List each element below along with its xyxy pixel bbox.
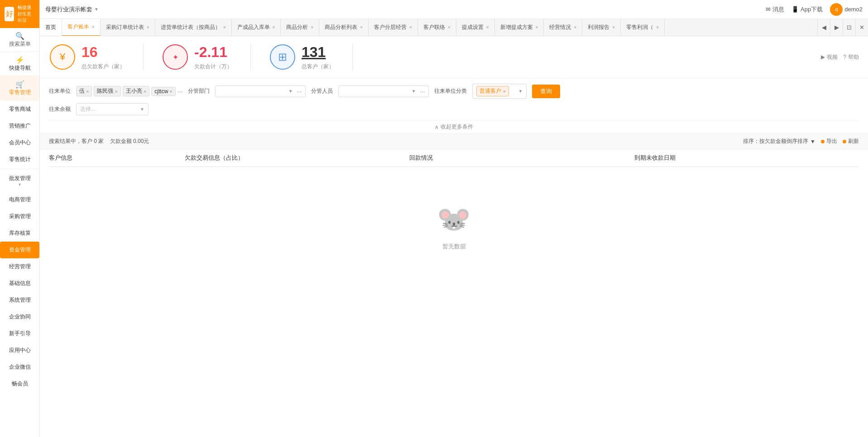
- sidebar-item-retail-mgmt[interactable]: 🛒 零售管理: [0, 76, 39, 101]
- logo-text: 畅捷通好生意 标版: [18, 5, 36, 24]
- sidebar-item-app-center[interactable]: 应用中心: [0, 342, 39, 359]
- video-btn[interactable]: ▶ 视频: [821, 53, 838, 61]
- refresh-action[interactable]: 刷新: [843, 138, 859, 145]
- divider-1: [0, 169, 39, 169]
- tabs-close-all-btn[interactable]: ✕: [855, 19, 868, 36]
- main-area: 母婴行业演示帐套 ▼ ✉ 消息 📱 App下载 d demo2 首页 客户账本: [40, 0, 868, 437]
- sidebar-item-purchase-mgmt[interactable]: 采购管理: [0, 208, 39, 225]
- tab-close-purchase-stats[interactable]: ×: [223, 25, 226, 30]
- stat-total-clients: ⊞ 131 总客户（家）: [251, 43, 353, 71]
- stat-icon-clients: ⊞: [269, 43, 296, 71]
- tab-close-customer-segment[interactable]: ×: [409, 25, 412, 30]
- tab-close-product-inbound[interactable]: ×: [273, 25, 275, 30]
- filter-row-1: 往来单位 伍 × 陈民强 × 王小亮 × cjttcw: [49, 84, 859, 99]
- table-col-repayment: 回款情况: [409, 154, 634, 162]
- filter-tag-wu-close[interactable]: ×: [86, 89, 89, 94]
- sidebar-item-retail-stats[interactable]: 零售统计: [0, 151, 39, 168]
- clients-value: 131: [302, 43, 334, 61]
- filter-label-unit-type: 往来单位分类: [434, 87, 467, 95]
- filter-more-tags[interactable]: ···: [177, 88, 183, 95]
- sidebar-item-search-menu[interactable]: 🔍 搜索菜单: [0, 28, 39, 52]
- tab-product-analysis[interactable]: 商品分析 ×: [281, 19, 319, 36]
- sidebar-item-system-mgmt[interactable]: 系统管理: [0, 292, 39, 309]
- filter-dept-select[interactable]: ▼ ···: [215, 86, 306, 97]
- filter-balance-select[interactable]: 选择... ▼: [76, 103, 149, 115]
- tab-home[interactable]: 首页: [40, 19, 62, 36]
- query-button[interactable]: 查询: [532, 85, 560, 98]
- filter-tag-chen-close[interactable]: ×: [115, 89, 117, 94]
- clients-label: 总客户（家）: [302, 63, 334, 71]
- tab-close-operation-status[interactable]: ×: [574, 25, 576, 30]
- tab-close-product-analysis[interactable]: ×: [311, 25, 313, 30]
- sidebar-item-basic-info[interactable]: 基础信息: [0, 275, 39, 292]
- tabs-prev-btn[interactable]: ◀: [817, 19, 830, 36]
- stat-text-customers: 16 总欠款客户（家）: [82, 43, 125, 70]
- account-selector[interactable]: 母婴行业演示帐套 ▼: [45, 5, 99, 14]
- tab-close-profit-report[interactable]: ×: [612, 25, 615, 30]
- help-btn[interactable]: ? 帮助: [843, 53, 859, 61]
- filter-unit-type-tag: 普通客户 ×: [476, 86, 508, 96]
- user-profile-btn[interactable]: d demo2: [830, 3, 863, 16]
- sidebar-item-wholesale-mgmt[interactable]: 批发管理 ▼: [0, 170, 39, 191]
- sidebar-item-inventory-check[interactable]: 库存核算: [0, 225, 39, 242]
- tab-close-product-analysis-list[interactable]: ×: [360, 25, 363, 30]
- tab-operation-status[interactable]: 经营情况 ×: [544, 19, 582, 36]
- dept-select-more[interactable]: ···: [297, 88, 302, 95]
- tab-raise-settings[interactable]: 提成设置 ×: [456, 19, 495, 36]
- tab-customer-segment[interactable]: 客户分层经营 ×: [369, 19, 418, 36]
- person-select-more[interactable]: ···: [420, 88, 425, 95]
- tab-purchase-stats[interactable]: 进货单统计表（按商品） ×: [155, 19, 232, 36]
- filter-tags-unit: 伍 × 陈民强 × 王小亮 × cjttcw × ···: [76, 86, 182, 96]
- filter-tag-cjttcw-close[interactable]: ×: [169, 89, 172, 94]
- result-info: 搜索结果中，客户 0 家 欠款金额 0.00元: [49, 138, 149, 145]
- tab-new-raise-plan[interactable]: 新增提成方案 ×: [495, 19, 544, 36]
- sidebar-item-new-guide[interactable]: 新手引导: [0, 325, 39, 342]
- sidebar-item-fund-mgmt[interactable]: 资金管理: [0, 242, 39, 258]
- filter-tag-wang-close[interactable]: ×: [144, 89, 146, 94]
- collapse-btn[interactable]: ∧ 收起更多条件: [435, 123, 473, 131]
- tab-close-new-raise-plan[interactable]: ×: [536, 25, 538, 30]
- filter-label-person: 分管人员: [311, 87, 333, 95]
- refresh-dot-icon: [843, 140, 846, 143]
- sidebar-item-enterprise-wechat[interactable]: 企业微信: [0, 359, 39, 375]
- sidebar-item-ecommerce-mgmt[interactable]: 电商管理: [0, 191, 39, 208]
- sidebar-item-member-center[interactable]: 会员中心: [0, 134, 39, 151]
- tab-customer-book[interactable]: 客户账本 ×: [62, 19, 101, 36]
- tab-close-purchase-order[interactable]: ×: [147, 25, 149, 30]
- tab-close-raise-settings[interactable]: ×: [486, 25, 489, 30]
- tab-product-analysis-list[interactable]: 商品分析列表 ×: [319, 19, 369, 36]
- content-area: ¥ 16 总欠款客户（家） ✦ -2.11 欠款合计（万） ⊞: [40, 36, 868, 437]
- filter-unit-type-select[interactable]: 普通客户 × ▼: [472, 84, 527, 99]
- tab-close-customer-book[interactable]: ×: [92, 24, 95, 29]
- sidebar-item-vip-member[interactable]: 畅会员: [0, 375, 39, 392]
- tab-product-inbound[interactable]: 产成品入库单 ×: [232, 19, 281, 36]
- sidebar-item-retail-mall[interactable]: 零售商城: [0, 101, 39, 118]
- customers-icon: ¥: [50, 44, 75, 70]
- sidebar-item-ops-mgmt[interactable]: 经营管理: [0, 258, 39, 275]
- empty-state: 🐭 暂无数据: [49, 167, 859, 287]
- sidebar-item-enterprise-agreement[interactable]: 企业协同: [0, 309, 39, 325]
- app-download-btn[interactable]: 📱 App下载: [791, 5, 823, 14]
- tab-profit-report[interactable]: 利润报告 ×: [582, 19, 621, 36]
- topbar-right: ✉ 消息 📱 App下载 d demo2: [766, 3, 863, 16]
- tabs-next-btn[interactable]: ▶: [830, 19, 843, 36]
- filter-person-select[interactable]: ▼ ···: [338, 86, 429, 97]
- tab-retail-profit[interactable]: 零售利润（ ×: [621, 19, 665, 36]
- filter-bar: 往来单位 伍 × 陈民强 × 王小亮 × cjttcw: [40, 78, 868, 133]
- result-bar: 搜索结果中，客户 0 家 欠款金额 0.00元 排序：按欠款金额倒序排序 ▼ 导…: [40, 133, 868, 149]
- stat-total-customers: ¥ 16 总欠款客户（家）: [49, 43, 144, 71]
- messages-btn[interactable]: ✉ 消息: [766, 5, 784, 14]
- sidebar-item-marketing[interactable]: 营销推广: [0, 118, 39, 134]
- tab-close-customer-contact[interactable]: ×: [448, 25, 451, 30]
- tab-close-retail-profit[interactable]: ×: [656, 25, 659, 30]
- table-col-debt-info: 欠款交易信息（占比）: [185, 154, 409, 162]
- tabs-expand-btn[interactable]: ⊡: [843, 19, 855, 36]
- logo[interactable]: 好 畅捷通好生意 标版: [0, 0, 39, 28]
- sort-action[interactable]: 排序：按欠款金额倒序排序 ▼: [743, 138, 815, 145]
- tab-purchase-order[interactable]: 采购订单统计表 ×: [101, 19, 155, 36]
- filter-unit-type-close[interactable]: ×: [503, 89, 505, 94]
- debt-icon: ✦: [163, 44, 188, 70]
- sidebar-item-quick-nav[interactable]: ⚡ 快捷导航: [0, 52, 39, 76]
- export-action[interactable]: 导出: [821, 138, 837, 145]
- tab-customer-contact[interactable]: 客户联络 ×: [418, 19, 456, 36]
